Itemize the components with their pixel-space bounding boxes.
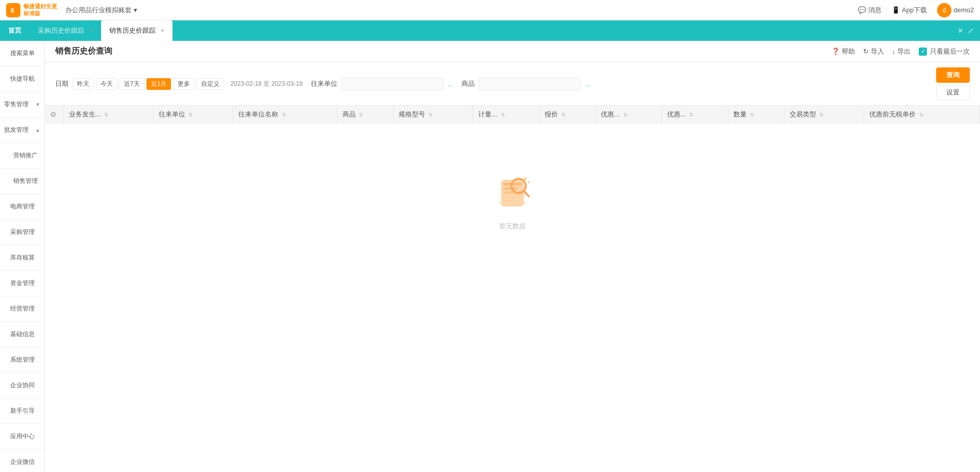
- svg-rect-6: [503, 192, 514, 194]
- table-col-quantity[interactable]: 数量 ⇅: [728, 106, 784, 124]
- sidebar-item-quick-nav[interactable]: 快捷导航: [0, 66, 44, 92]
- empty-state-icon: [487, 164, 538, 216]
- filter-bar: 日期 昨天 今天 近7天 近1月 更多 自定义 2023-02-18 至 202…: [45, 62, 980, 106]
- sidebar-item-enterprise-coop[interactable]: 企业协同: [0, 373, 44, 398]
- date-filter-group: 日期 昨天 今天 近7天 近1月 更多 自定义 2023-02-18 至 202…: [55, 78, 303, 90]
- sort-arrows-discount2: ⇅: [689, 112, 693, 117]
- tab-purchase-history[interactable]: 采购历史价跟踪 ×: [30, 20, 101, 41]
- sidebar-item-business-mgmt[interactable]: 经营管理: [0, 296, 44, 322]
- help-icon: ❓: [831, 48, 840, 55]
- close-all-tabs-icon[interactable]: ✕: [958, 27, 964, 35]
- sort-arrows-quantity: ⇅: [750, 112, 754, 117]
- sidebar-item-finance-mgmt[interactable]: 资金管理: [0, 271, 44, 296]
- sort-arrows-partner-name: ⇅: [282, 112, 286, 117]
- page-title-row: 销售历史价查询 ❓ 帮助 ↻ 导入 ↓ 导出 ✓: [55, 46, 970, 57]
- product-input[interactable]: [479, 78, 581, 90]
- sidebar-item-system-mgmt[interactable]: 系统管理: [0, 347, 44, 373]
- table-header: ⚙ 业务发生... ⇅ 往来单位 ⇅ 往来单位名称 ⇅: [45, 106, 980, 124]
- table-col-trade-type[interactable]: 交易类型 ⇅: [784, 106, 864, 124]
- query-buttons: 查询 设置: [936, 67, 970, 100]
- sidebar-item-sales-mgmt[interactable]: 销售管理: [0, 169, 44, 194]
- sidebar-item-purchase-mgmt[interactable]: 采购管理: [0, 220, 44, 245]
- date-btn-custom[interactable]: 自定义: [197, 78, 224, 90]
- sidebar-item-marketing[interactable]: 营销推广: [0, 143, 44, 169]
- table-col-discount2[interactable]: 优惠... ⇅: [662, 106, 728, 124]
- empty-state: 暂无数据: [45, 124, 980, 272]
- date-btn-yesterday[interactable]: 昨天: [72, 78, 94, 90]
- sidebar-item-ecommerce-mgmt[interactable]: 电商管理: [0, 194, 44, 220]
- company-selector[interactable]: 办公用品行业模拟账套 ▾: [61, 6, 141, 15]
- table-col-partner-code[interactable]: 往来单位 ⇅: [153, 106, 233, 124]
- message-icon: 💬: [858, 6, 866, 14]
- export-button[interactable]: ↓ 导出: [892, 47, 911, 56]
- svg-point-9: [524, 177, 527, 180]
- tab-bar: 首页 采购历史价跟踪 × 销售历史价跟踪 × ✕ ⤢: [0, 20, 980, 41]
- sort-arrows-pretax-price: ⇅: [919, 112, 923, 117]
- sort-arrows-unit: ⇅: [501, 112, 505, 117]
- logo-area: 6 畅捷通好生意 标准版: [6, 3, 57, 17]
- sort-arrows-trade-type: ⇅: [819, 112, 823, 117]
- tab-home[interactable]: 首页: [0, 20, 30, 41]
- only-last-checkbox-area[interactable]: ✓ 只看最后一次: [919, 47, 970, 56]
- table-col-pretax-price[interactable]: 优惠前无税单价 ⇅: [864, 106, 980, 124]
- sort-arrows-partner-code: ⇅: [188, 112, 192, 117]
- table-col-settings[interactable]: ⚙: [45, 106, 63, 124]
- content-area: 销售历史价查询 ❓ 帮助 ↻ 导入 ↓ 导出 ✓: [45, 41, 980, 472]
- top-bar: 6 畅捷通好生意 标准版 办公用品行业模拟账套 ▾ 💬 消息 📱 App下载 d…: [0, 0, 980, 20]
- sort-arrows-spec: ⇅: [428, 112, 432, 117]
- maximize-icon[interactable]: ⤢: [968, 27, 974, 35]
- page-title: 销售历史价查询: [55, 46, 112, 57]
- sidebar: 搜索菜单 快捷导航 零售管理 ▼ 批发管理 ▲ 营销推广 销售管理 电商管理 采…: [0, 41, 45, 472]
- close-tab-purchase-icon[interactable]: ×: [89, 27, 93, 34]
- product-ellipsis-button[interactable]: ...: [585, 80, 591, 88]
- query-button[interactable]: 查询: [936, 67, 970, 83]
- sidebar-item-enterprise-wechat[interactable]: 企业微信: [0, 450, 44, 472]
- tab-sales-history[interactable]: 销售历史价跟踪 ×: [101, 20, 173, 41]
- date-btn-last1month[interactable]: 近1月: [146, 78, 172, 90]
- partner-filter-group: 往来单位 ...: [311, 78, 453, 90]
- user-profile[interactable]: d demo2: [937, 3, 974, 17]
- close-tab-sales-icon[interactable]: ×: [161, 27, 164, 34]
- table-col-biz-date[interactable]: 业务发生... ⇅: [63, 106, 153, 124]
- tab-bar-right: ✕ ⤢: [958, 27, 980, 35]
- app-download-button[interactable]: 📱 App下载: [892, 6, 927, 15]
- message-button[interactable]: 💬 消息: [858, 6, 881, 15]
- chevron-up-icon: ▲: [35, 127, 40, 133]
- date-range-text: 2023-02-18 至 2023-03-18: [230, 80, 302, 88]
- sidebar-item-basic-info[interactable]: 基础信息: [0, 322, 44, 347]
- table-col-discount1[interactable]: 优惠... ⇅: [596, 106, 662, 124]
- only-last-checkbox[interactable]: ✓: [919, 48, 927, 56]
- partner-ellipsis-button[interactable]: ...: [448, 80, 453, 88]
- main-layout: 搜索菜单 快捷导航 零售管理 ▼ 批发管理 ▲ 营销推广 销售管理 电商管理 采…: [0, 41, 980, 472]
- table-col-product[interactable]: 商品 ⇅: [337, 106, 393, 124]
- date-btn-today[interactable]: 今天: [96, 78, 117, 90]
- table-col-quote[interactable]: 报价 ⇅: [540, 106, 596, 124]
- product-filter-group: 商品 ...: [461, 78, 591, 90]
- page-header: 销售历史价查询 ❓ 帮助 ↻ 导入 ↓ 导出 ✓: [45, 41, 980, 62]
- sidebar-item-inventory[interactable]: 库存核算: [0, 245, 44, 271]
- sidebar-item-wholesale-mgmt[interactable]: 批发管理 ▲: [0, 117, 44, 143]
- table-col-unit[interactable]: 计量... ⇅: [473, 106, 540, 124]
- date-btn-more[interactable]: 更多: [173, 78, 194, 90]
- settings-button[interactable]: 设置: [936, 85, 970, 100]
- sidebar-item-retail-mgmt[interactable]: 零售管理 ▼: [0, 92, 44, 117]
- date-buttons: 昨天 今天 近7天 近1月 更多 自定义: [72, 78, 224, 90]
- date-btn-last7days[interactable]: 近7天: [119, 78, 144, 90]
- sidebar-item-search-menu[interactable]: 搜索菜单: [0, 41, 44, 66]
- empty-state-row: 暂无数据: [45, 124, 980, 272]
- sidebar-item-new-guide[interactable]: 新手引导: [0, 398, 44, 424]
- import-icon: ↻: [863, 48, 869, 55]
- settings-icon[interactable]: ⚙: [50, 110, 57, 119]
- import-button[interactable]: ↻ 导入: [863, 47, 884, 56]
- sort-arrows-discount1: ⇅: [623, 112, 627, 117]
- sidebar-item-app-center[interactable]: 应用中心: [0, 424, 44, 450]
- page-actions: ❓ 帮助 ↻ 导入 ↓ 导出 ✓ 只看最后一次: [831, 47, 970, 56]
- export-icon: ↓: [892, 48, 896, 55]
- top-bar-left: 6 畅捷通好生意 标准版 办公用品行业模拟账套 ▾: [6, 3, 141, 17]
- partner-input[interactable]: [341, 78, 444, 90]
- chevron-down-icon: ▼: [35, 102, 40, 107]
- help-button[interactable]: ❓ 帮助: [831, 47, 855, 56]
- table-area: ⚙ 业务发生... ⇅ 往来单位 ⇅ 往来单位名称 ⇅: [45, 106, 980, 472]
- table-col-spec[interactable]: 规格型号 ⇅: [393, 106, 473, 124]
- table-col-partner-name[interactable]: 往来单位名称 ⇅: [233, 106, 337, 124]
